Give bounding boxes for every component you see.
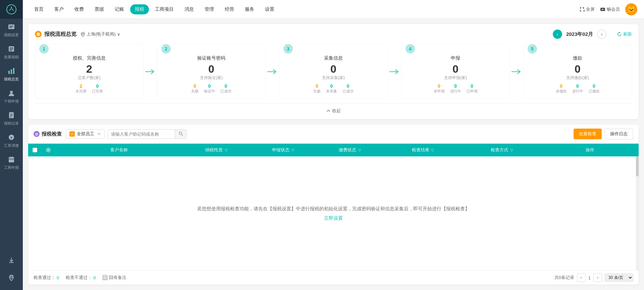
- sidebar-item-tax-records[interactable]: 报税记录: [0, 107, 23, 129]
- current-page: 1: [588, 275, 591, 280]
- prev-month-btn[interactable]: ‹: [553, 29, 562, 39]
- collapse-label: 收起: [332, 108, 341, 114]
- nav-messages[interactable]: 消息: [180, 4, 199, 14]
- vip-btn[interactable]: 畅会员: [600, 6, 620, 12]
- stat-num: 2: [80, 83, 83, 89]
- stat-label: 已成功: [220, 89, 231, 94]
- th-tax-nature[interactable]: 纳税性质 ▽: [183, 144, 250, 156]
- search-button[interactable]: [175, 130, 186, 139]
- sidebar-item-batch-tax[interactable]: 批量报税: [0, 41, 23, 63]
- step-subtitle-1: 总客户数(家): [78, 75, 101, 81]
- search-icon: [178, 131, 183, 136]
- nav-business[interactable]: 工商项目: [150, 4, 178, 14]
- svg-rect-9: [8, 71, 10, 74]
- check-title: ◎ 报税检查: [34, 131, 62, 137]
- step-stat-4-0: 0 未申报: [434, 83, 445, 94]
- svg-rect-4: [9, 27, 12, 28]
- pass-label: 检查通过：: [34, 275, 55, 281]
- vip-label: 畅会员: [607, 6, 620, 12]
- stat-num: 0: [560, 83, 562, 89]
- sidebar-label-tax-records: 报税记录: [4, 121, 19, 126]
- nav-operations[interactable]: 经营: [220, 4, 239, 14]
- sidebar-item-tax-settings[interactable]: 报税设置: [0, 19, 23, 41]
- th-gear[interactable]: [42, 144, 55, 156]
- page-size-select[interactable]: 30 条/页 50 条/页 100 条/页: [605, 274, 633, 282]
- flow-title-text: 报税流程总览: [44, 31, 76, 38]
- check-header-right: 批量检查 操作日志: [574, 129, 633, 139]
- fullscreen-btn[interactable]: 全屏: [579, 6, 595, 12]
- stat-num: 0: [576, 83, 579, 89]
- note-icon: 囧: [102, 275, 108, 280]
- search-input[interactable]: [108, 130, 175, 138]
- step-stat-4-1: 0 进行中: [450, 83, 461, 94]
- flow-step-4: 4 申报 0 支持申报(家) 0 未申报 0 进行中: [401, 44, 510, 99]
- sidebar-item-personal-tax[interactable]: 个税申报: [0, 85, 23, 107]
- nav-clients[interactable]: 客户: [50, 4, 68, 14]
- step-stat-3-0: 0 失败: [313, 83, 321, 94]
- table-scrollbar[interactable]: [636, 156, 639, 270]
- operation-log-button[interactable]: 操作日志: [604, 129, 633, 139]
- sidebar-item-location[interactable]: [0, 270, 23, 287]
- flow-arrow-4: [510, 44, 523, 99]
- nav-accounting[interactable]: 记账: [110, 4, 129, 14]
- refresh-btn[interactable]: 刷新: [617, 31, 632, 37]
- stat-num: 0: [96, 83, 99, 89]
- step-subtitle-2: 支持验证(家): [200, 75, 223, 81]
- svg-rect-10: [11, 69, 12, 74]
- th-checkbox[interactable]: [28, 144, 42, 156]
- svg-point-27: [82, 33, 84, 34]
- nav-home[interactable]: 首页: [30, 4, 48, 14]
- sidebar-item-annual-report[interactable]: 工商年报: [0, 151, 23, 173]
- nav-settings[interactable]: 设置: [260, 4, 279, 14]
- main-wrapper: 首页 客户 收费 票据 记账 报税 工商项目 消息 管理 经营 服务 设置 全屏: [23, 0, 644, 290]
- next-month-btn[interactable]: ›: [597, 29, 606, 39]
- fail-label: 检查不通过：: [66, 275, 92, 281]
- nav-management[interactable]: 管理: [200, 4, 219, 14]
- sidebar-item-settlement[interactable]: ¥ 汇算清缴: [0, 129, 23, 151]
- th-name: 客户名称: [55, 144, 183, 156]
- flow-step-5: 5 缴款 0 支持缴款(家) 0 未缴款 0 进行中: [523, 44, 632, 99]
- flow-location[interactable]: 上海(电子税局) ∨: [80, 31, 120, 37]
- th-check-result[interactable]: 检查结果 ▽: [383, 144, 463, 156]
- next-page-btn[interactable]: ›: [593, 273, 602, 282]
- app-logo: [0, 0, 23, 19]
- step-stats-3: 0 失败 0 未采集 0 已成功: [313, 83, 354, 94]
- check-title-icon: ◎: [34, 131, 40, 137]
- flow-step-2: 2 验证账号密码 0 支持验证(家) 0 失败 0 验证中: [157, 44, 266, 99]
- batch-check-button[interactable]: 批量检查: [574, 129, 602, 139]
- svg-rect-11: [13, 68, 14, 74]
- empty-message: 若您想使用报税检查功能，请先在【报税设置】中进行报税的初始化设置，完成密码验证和…: [197, 204, 470, 223]
- svg-rect-16: [10, 117, 12, 117]
- employee-filter[interactable]: 人 全部员工: [66, 129, 105, 139]
- sidebar-item-tax-overview[interactable]: 报税总览: [0, 63, 23, 85]
- sidebar-label-settlement: 汇算清缴: [4, 143, 19, 148]
- sidebar-item-download[interactable]: [0, 252, 23, 270]
- stat-num: 0: [194, 83, 196, 89]
- nav-services[interactable]: 服务: [240, 4, 259, 14]
- step-num-4: 4: [406, 44, 415, 54]
- refresh-label: 刷新: [623, 31, 632, 37]
- nav-fees[interactable]: 收费: [70, 4, 89, 14]
- svg-rect-14: [10, 114, 13, 115]
- avatar[interactable]: 🐱: [625, 3, 637, 15]
- collapse-btn[interactable]: 收起: [35, 108, 632, 114]
- flow-steps: 1 授权、完善信息 2 总客户数(家) 2 未完善 0 已完善: [35, 44, 632, 99]
- nav-tax[interactable]: 报税: [130, 4, 149, 14]
- setup-link[interactable]: 立即设置: [324, 215, 343, 221]
- stat-label: 进行中: [572, 89, 583, 94]
- flow-arrow-1: [144, 44, 157, 99]
- prev-page-btn[interactable]: ‹: [577, 273, 586, 282]
- step-stats-2: 0 失败 0 验证中 0 已成功: [191, 83, 231, 94]
- th-check-method[interactable]: 检查方式 ▽: [462, 144, 541, 156]
- tax-settings-icon: [7, 22, 16, 31]
- svg-rect-2: [8, 24, 14, 29]
- stat-num: 0: [454, 83, 457, 89]
- pass-num[interactable]: 0: [57, 275, 59, 280]
- th-pay-status[interactable]: 缴费状态 ▽: [317, 144, 383, 156]
- header-checkbox[interactable]: [33, 148, 37, 152]
- th-declare-status[interactable]: 申报状态 ▽: [250, 144, 317, 156]
- nav-invoices[interactable]: 票据: [90, 4, 109, 14]
- step-title-2: 验证账号密码: [197, 55, 225, 61]
- stat-label: 失败: [313, 89, 321, 94]
- fail-num[interactable]: 0: [93, 275, 96, 280]
